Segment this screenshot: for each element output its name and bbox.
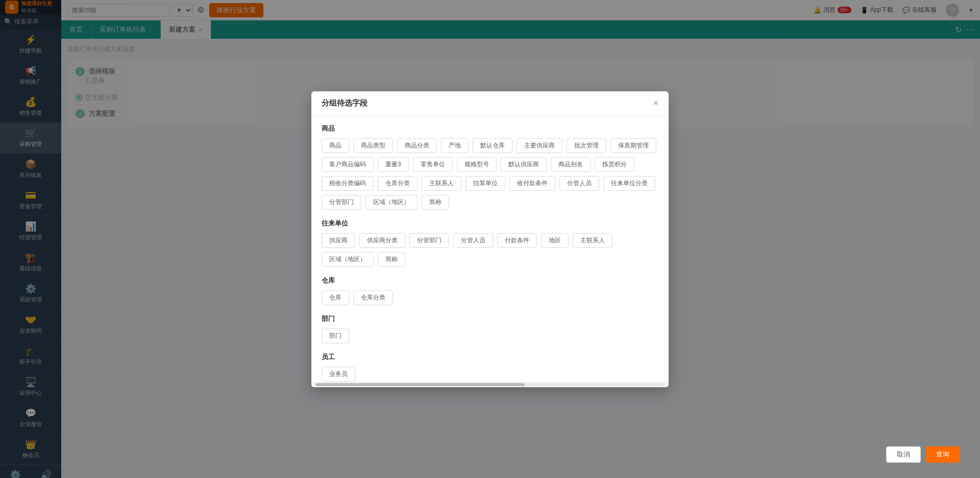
chip-warehouse-category[interactable]: 仓库分类 [378,176,418,191]
field-chips-employee: 业务员 [322,367,658,382]
field-group-warehouse: 仓库 仓库 仓库分类 [322,276,658,305]
chip-partner-contact[interactable]: 主联系人 [573,233,612,248]
chip-goods-type[interactable]: 商品类型 [353,138,393,153]
chip-partner-region[interactable]: 区域（地区） [322,252,374,267]
chip-salesperson[interactable]: 业务员 [322,367,355,382]
chip-partner-type[interactable]: 往来单位分类 [603,176,655,191]
field-group-goods-title: 商品 [322,124,658,133]
field-select-modal: 分组待选字段 × 商品 商品 商品类型 商品分类 产地 默认仓库 主要供应商 批… [311,91,669,387]
confirm-button[interactable]: 查询 [926,446,960,463]
chip-pick-score[interactable]: 拣货积分 [595,157,634,172]
chip-partner-supervisor[interactable]: 分管人员 [453,233,493,248]
chip-main-supplier[interactable]: 主要供应商 [517,138,562,153]
field-group-employee-title: 员工 [322,353,658,362]
chip-supplier-category[interactable]: 供应商分类 [359,233,405,248]
field-group-dept: 部门 部门 [322,314,658,343]
chip-goods[interactable]: 商品 [322,138,349,153]
chip-customer-code[interactable]: 客户商品编码 [322,157,374,172]
chip-region[interactable]: 区域（地区） [365,195,418,210]
chip-partner-shortname[interactable]: 简称 [378,252,405,267]
modal-horizontal-scrollbar[interactable] [311,382,669,387]
chip-goods-alias[interactable]: 商品别名 [551,157,591,172]
chip-default-warehouse[interactable]: 默认仓库 [473,138,512,153]
modal-footer: 取消 查询 [886,446,960,463]
chip-default-supplier[interactable]: 默认供应商 [501,157,547,172]
chip-expiry-manage[interactable]: 保质期管理 [610,138,656,153]
field-group-partner-title: 往来单位 [322,219,658,228]
modal-title: 分组待选字段 [322,98,368,108]
chip-short-name[interactable]: 简称 [422,195,449,210]
chip-retail-unit[interactable]: 零售单位 [413,157,453,172]
field-chips-partner: 供应商 供应商分类 分管部门 分管人员 付款条件 地区 主联系人 区域（地区） … [322,233,658,267]
field-group-warehouse-title: 仓库 [322,276,658,285]
field-chips-dept: 部门 [322,329,658,343]
chip-dept[interactable]: 分管部门 [322,195,361,210]
field-group-employee: 员工 业务员 [322,353,658,382]
chip-weight3[interactable]: 重量3 [378,157,409,172]
chip-pay-terms[interactable]: 付款条件 [497,233,537,248]
field-group-goods: 商品 商品 商品类型 商品分类 产地 默认仓库 主要供应商 批次管理 保质期管理… [322,124,658,210]
chip-main-contact[interactable]: 主联系人 [422,176,461,191]
chip-spec-model[interactable]: 规格型号 [457,157,497,172]
chip-partner-dept[interactable]: 分管部门 [409,233,449,248]
chip-warehouse-cat[interactable]: 仓库分类 [353,290,393,305]
chip-tax-code[interactable]: 税收分类编码 [322,176,374,191]
hscroll-track [315,383,665,386]
modal-overlay: 分组待选字段 × 商品 商品 商品类型 商品分类 产地 默认仓库 主要供应商 批… [0,0,980,478]
chip-department[interactable]: 部门 [322,329,349,343]
field-group-partner: 往来单位 供应商 供应商分类 分管部门 分管人员 付款条件 地区 主联系人 区域… [322,219,658,267]
field-chips-goods: 商品 商品类型 商品分类 产地 默认仓库 主要供应商 批次管理 保质期管理 客户… [322,138,658,210]
field-group-dept-title: 部门 [322,314,658,323]
field-chips-warehouse: 仓库 仓库分类 [322,290,658,305]
cancel-button[interactable]: 取消 [886,446,921,463]
chip-origin[interactable]: 产地 [441,138,469,153]
chip-area[interactable]: 地区 [541,233,569,248]
chip-goods-category[interactable]: 商品分类 [397,138,437,153]
modal-body: 商品 商品 商品类型 商品分类 产地 默认仓库 主要供应商 批次管理 保质期管理… [311,116,669,382]
chip-settlement-unit[interactable]: 结算单位 [465,176,505,191]
chip-supervisor[interactable]: 分管人员 [559,176,599,191]
chip-warehouse[interactable]: 仓库 [322,290,349,305]
hscroll-thumb [315,383,525,386]
modal-close-button[interactable]: × [653,98,658,108]
modal-header: 分组待选字段 × [311,91,669,116]
chip-batch-manage[interactable]: 批次管理 [567,138,606,153]
chip-supplier[interactable]: 供应商 [322,233,355,248]
chip-payment-terms[interactable]: 收付款条件 [509,176,555,191]
